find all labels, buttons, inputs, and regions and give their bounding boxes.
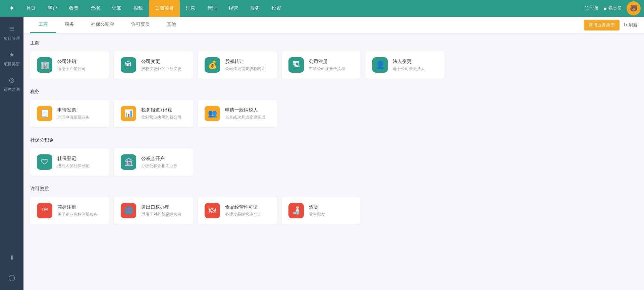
card-company-change[interactable]: 🏛 公司变更 股权变更外的业务变更 — [114, 51, 193, 79]
card-liquor[interactable]: 🍶 酒类 零售批发 — [282, 197, 361, 224]
card-import-export[interactable]: 🌐 进出口权办理 适用于对外贸易经营者 — [114, 197, 193, 224]
company-cancel-desc: 适用于注销公司 — [57, 66, 86, 72]
nav-tax-report[interactable]: 报税 — [127, 0, 149, 17]
general-taxpayer-info: 申请一般纳税人 当月或次月成变更完成 — [225, 107, 265, 120]
nav-management[interactable]: 管理 — [201, 0, 223, 17]
sidebar-item-label-project: 项目管理 — [4, 36, 20, 42]
sidebar-bottom: ⬇ ◯ — [0, 249, 23, 287]
card-equity-transfer[interactable]: 💰 股权转让 公司变更需要股权转让 — [198, 51, 277, 79]
invoice-apply-title: 申请发票 — [57, 107, 90, 113]
nav-customer[interactable]: 客户 — [42, 0, 63, 17]
fullscreen-label: 全屏 — [590, 5, 599, 11]
tab-gongshang[interactable]: 工商 — [30, 17, 56, 33]
tab-qita[interactable]: 其他 — [158, 17, 184, 33]
sidebar-item-label-progress: 进度监测 — [4, 87, 20, 92]
nav-bills[interactable]: 票据 — [85, 0, 106, 17]
sidebar-item-progress[interactable]: ◎ 进度监测 — [0, 71, 23, 96]
nav-service[interactable]: 服务 — [244, 0, 266, 17]
card-invoice-apply[interactable]: 🧾 申请发票 办理申请发票业务 — [30, 100, 109, 127]
company-change-info: 公司变更 股权变更外的业务变更 — [141, 59, 181, 72]
tab-bar: 工商 税务 社保公积金 许可资质 其他 新增业务类型 ↻ 刷新 — [23, 17, 644, 33]
help-icon: ◯ — [7, 273, 17, 283]
food-license-info: 食品经营许可证 办理食品经营许可证 — [225, 204, 261, 217]
import-export-icon: 🌐 — [121, 203, 136, 218]
card-general-taxpayer[interactable]: 👥 申请一般纳税人 当月或次月成变更完成 — [198, 100, 277, 127]
refresh-button[interactable]: ↻ 刷新 — [624, 22, 637, 28]
vip-icon: ▶ — [604, 6, 607, 11]
liquor-info: 酒类 零售批发 — [309, 204, 325, 217]
nav-settings[interactable]: 设置 — [266, 0, 287, 17]
nav-menu: 首页 客户 收费 票据 记账 报税 工商项目 消息 管理 经营 服务 设置 — [20, 0, 584, 17]
equity-transfer-icon: 💰 — [205, 57, 220, 73]
cards-grid-shuiwu: 🧾 申请发票 办理申请发票业务 📊 税务报道+记账 拿到营业执照的新公司 — [30, 100, 637, 127]
tab-xuke[interactable]: 许可资质 — [123, 17, 158, 33]
sidebar-item-project-type[interactable]: ★ 项目类型 — [0, 46, 23, 71]
download-icon: ⬇ — [7, 253, 17, 263]
cards-grid-gongshang: 🏢 公司注销 适用于注销公司 🏛 公司变更 股权变更外的业务变更 — [30, 51, 637, 79]
cards-grid-xuke: ™ 商标注册 用于企业商标注册服务 🌐 进出口权办理 适用于对外贸易经营者 — [30, 197, 637, 224]
card-social-insurance[interactable]: 🛡 社保登记 进行人员社保登记 — [30, 148, 109, 176]
card-company-cancel[interactable]: 🏢 公司注销 适用于注销公司 — [30, 51, 109, 79]
content-scroll[interactable]: 工商 🏢 公司注销 适用于注销公司 🏛 公司变更 股权变更外的业务变更 — [23, 33, 644, 290]
refresh-icon: ↻ — [624, 22, 627, 27]
card-provident-fund[interactable]: 🏦 公积金开户 办理公积金相关业务 — [114, 148, 193, 176]
nav-business-project[interactable]: 工商项目 — [149, 0, 180, 17]
main-layout: ☰ 项目管理 ★ 项目类型 ◎ 进度监测 ⬇ ◯ 工商 税务 社保公积金 — [0, 17, 644, 290]
sidebar-download[interactable]: ⬇ — [0, 249, 23, 267]
tax-bookkeeping-desc: 拿到营业执照的新公司 — [141, 115, 181, 120]
card-food-license[interactable]: 🍽 食品经营许可证 办理食品经营许可证 — [198, 197, 277, 224]
card-trademark[interactable]: ™ 商标注册 用于企业商标注册服务 — [30, 197, 109, 224]
nav-fees[interactable]: 收费 — [63, 0, 85, 17]
tabs: 工商 税务 社保公积金 许可资质 其他 — [30, 17, 184, 33]
equity-transfer-desc: 公司变更需要股权转让 — [225, 66, 265, 72]
vip-button[interactable]: ▶ 畅会员 — [604, 5, 622, 11]
trademark-icon: ™ — [37, 203, 52, 218]
invoice-apply-desc: 办理申请发票业务 — [57, 115, 90, 120]
section-shebao: 社保公积金 🛡 社保登记 进行人员社保登记 🏦 公积金开户 办理公积金相关 — [30, 137, 637, 176]
sidebar-item-project-management[interactable]: ☰ 项目管理 — [0, 20, 23, 46]
food-license-desc: 办理食品经营许可证 — [225, 212, 261, 217]
tax-bookkeeping-title: 税务报道+记账 — [141, 107, 181, 113]
food-license-icon: 🍽 — [205, 203, 220, 218]
content-area: 工商 税务 社保公积金 许可资质 其他 新增业务类型 ↻ 刷新 工商 — [23, 17, 644, 290]
company-change-title: 公司变更 — [141, 59, 181, 65]
tab-shebao[interactable]: 社保公积金 — [83, 17, 123, 33]
nav-operations[interactable]: 经营 — [223, 0, 244, 17]
equity-transfer-info: 股权转让 公司变更需要股权转让 — [225, 59, 265, 72]
fullscreen-button[interactable]: ⛶ 全屏 — [584, 5, 599, 11]
app-logo: ✦ — [3, 0, 20, 17]
sidebar-help[interactable]: ◯ — [0, 269, 23, 287]
provident-fund-title: 公积金开户 — [141, 156, 177, 162]
company-change-icon: 🏛 — [121, 57, 136, 73]
social-insurance-info: 社保登记 进行人员社保登记 — [57, 156, 90, 169]
social-insurance-title: 社保登记 — [57, 156, 90, 162]
tab-shuiwu[interactable]: 税务 — [56, 17, 83, 33]
import-export-desc: 适用于对外贸易经营者 — [141, 212, 181, 217]
nav-home[interactable]: 首页 — [20, 0, 42, 17]
food-license-title: 食品经营许可证 — [225, 204, 261, 210]
trademark-info: 商标注册 用于企业商标注册服务 — [57, 204, 98, 217]
card-legal-change[interactable]: 👤 法人变更 适于公司变更法人 — [366, 51, 444, 79]
provident-fund-info: 公积金开户 办理公积金相关业务 — [141, 156, 177, 169]
legal-change-info: 法人变更 适于公司变更法人 — [393, 59, 425, 72]
liquor-title: 酒类 — [309, 204, 325, 210]
company-cancel-info: 公司注销 适用于注销公司 — [57, 59, 86, 72]
import-export-info: 进出口权办理 适用于对外贸易经营者 — [141, 204, 181, 217]
company-register-title: 公司注册 — [309, 59, 345, 65]
left-sidebar: ☰ 项目管理 ★ 项目类型 ◎ 进度监测 ⬇ ◯ — [0, 17, 23, 290]
tax-bookkeeping-icon: 📊 — [121, 106, 136, 121]
general-taxpayer-icon: 👥 — [205, 106, 220, 121]
general-taxpayer-desc: 当月或次月成变更完成 — [225, 115, 265, 120]
mascot-avatar[interactable]: 🐻 — [627, 1, 641, 15]
nav-bookkeeping[interactable]: 记账 — [106, 0, 127, 17]
card-tax-bookkeeping[interactable]: 📊 税务报道+记账 拿到营业执照的新公司 — [114, 100, 193, 127]
provident-fund-icon: 🏦 — [121, 154, 136, 170]
section-shuiwu: 税务 🧾 申请发票 办理申请发票业务 📊 税务报道+记账 拿到营业执照的新 — [30, 89, 637, 127]
nav-messages[interactable]: 消息 — [180, 0, 201, 17]
card-company-register[interactable]: 🏗 公司注册 申请公司注册全流程 — [282, 51, 361, 79]
company-change-desc: 股权变更外的业务变更 — [141, 66, 181, 72]
cards-grid-shebao: 🛡 社保登记 进行人员社保登记 🏦 公积金开户 办理公积金相关业务 — [30, 148, 637, 176]
add-business-type-button[interactable]: 新增业务类型 — [584, 20, 620, 30]
trademark-desc: 用于企业商标注册服务 — [57, 212, 98, 217]
section-title-xuke: 许可资质 — [30, 186, 637, 192]
